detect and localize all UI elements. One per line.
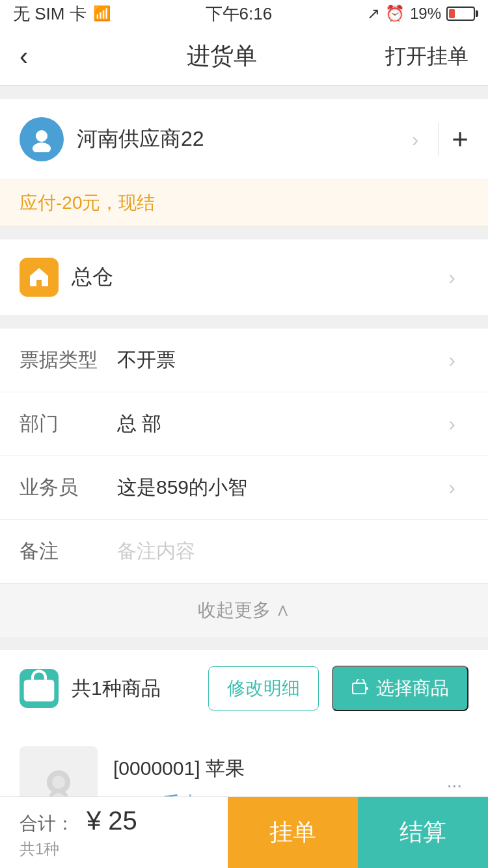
total-row: 合计： ¥ 25 bbox=[20, 806, 208, 836]
invoice-value: 不开票 bbox=[104, 347, 448, 373]
invoice-label: 票据类型 bbox=[20, 347, 104, 373]
wifi-icon: 📶 bbox=[93, 5, 111, 22]
add-button[interactable]: + bbox=[438, 123, 468, 156]
supplier-row[interactable]: 河南供应商22 › + bbox=[0, 99, 488, 180]
chevron-right-icon: › bbox=[412, 128, 419, 152]
avatar-icon bbox=[29, 126, 55, 152]
invoice-row[interactable]: 票据类型 不开票 › bbox=[0, 328, 488, 392]
collapse-bar[interactable]: 收起更多 ∧ bbox=[0, 583, 488, 637]
remark-row[interactable]: 备注 备注内容 bbox=[0, 519, 488, 583]
total-count: 共1种 bbox=[20, 839, 208, 860]
remark-input[interactable]: 备注内容 bbox=[104, 538, 468, 565]
page-title: 进货单 bbox=[187, 40, 257, 72]
svg-rect-3 bbox=[353, 683, 366, 694]
back-button[interactable]: ‹ bbox=[20, 42, 59, 71]
status-bar: 无 SIM 卡 📶 下午6:16 ↗ ⏰ 19% bbox=[0, 0, 488, 27]
remark-label: 备注 bbox=[20, 538, 104, 565]
warehouse-chevron-icon: › bbox=[448, 265, 455, 290]
settle-button[interactable]: 结算 bbox=[358, 797, 488, 869]
divider-2 bbox=[0, 226, 488, 239]
department-chevron-icon: › bbox=[448, 412, 455, 436]
battery-percentage: 19% bbox=[410, 5, 441, 23]
warehouse-card[interactable]: 总仓 › bbox=[0, 239, 488, 315]
warehouse-name: 总仓 bbox=[72, 263, 448, 292]
total-amount: ¥ 25 bbox=[87, 806, 137, 835]
salesman-row[interactable]: 业务员 这是859的小智 › bbox=[0, 455, 488, 519]
supplier-card: 河南供应商22 › + 应付-20元，现结 bbox=[0, 99, 488, 226]
open-hang-button[interactable]: 打开挂单 bbox=[385, 42, 468, 71]
time-display: 下午6:16 bbox=[206, 3, 273, 25]
products-count: 共1种商品 bbox=[72, 675, 195, 702]
salesman-value: 这是859的小智 bbox=[104, 474, 448, 501]
select-product-button[interactable]: 选择商品 bbox=[332, 666, 468, 711]
select-product-label: 选择商品 bbox=[376, 676, 449, 701]
form-card: 票据类型 不开票 › 部门 总 部 › 业务员 这是859的小智 › 备注 备注… bbox=[0, 328, 488, 583]
total-section: 合计： ¥ 25 共1种 bbox=[0, 806, 228, 860]
svg-rect-2 bbox=[24, 680, 55, 701]
house-icon bbox=[27, 265, 51, 289]
product-title-text: 苹果 bbox=[206, 757, 245, 779]
warehouse-row[interactable]: 总仓 › bbox=[0, 239, 488, 315]
total-label: 合计： bbox=[20, 813, 74, 834]
status-bar-right: ↗ ⏰ 19% bbox=[367, 5, 475, 23]
department-label: 部门 bbox=[20, 411, 104, 437]
battery-icon bbox=[446, 7, 475, 21]
carrier-text: 无 SIM 卡 bbox=[13, 3, 87, 25]
svg-point-1 bbox=[33, 142, 51, 152]
product-code: [0000001] bbox=[113, 757, 200, 779]
salesman-chevron-icon: › bbox=[448, 476, 455, 500]
notice-bar: 应付-20元，现结 bbox=[0, 180, 488, 226]
department-row[interactable]: 部门 总 部 › bbox=[0, 392, 488, 455]
alarm-icon: ⏰ bbox=[385, 5, 405, 23]
nav-bar: ‹ 进货单 打开挂单 bbox=[0, 27, 488, 86]
battery-fill bbox=[449, 9, 455, 18]
supplier-avatar bbox=[20, 117, 64, 161]
select-cart-icon bbox=[351, 679, 370, 698]
invoice-chevron-icon: › bbox=[448, 348, 455, 372]
salesman-label: 业务员 bbox=[20, 474, 104, 501]
products-header: 共1种商品 修改明细 选择商品 bbox=[0, 650, 488, 727]
divider-3 bbox=[0, 315, 488, 328]
divider-4 bbox=[0, 637, 488, 650]
cart-icon bbox=[20, 669, 59, 708]
hang-button[interactable]: 挂单 bbox=[228, 797, 358, 869]
svg-point-6 bbox=[52, 776, 65, 789]
status-bar-left: 无 SIM 卡 📶 bbox=[13, 3, 111, 25]
svg-point-0 bbox=[36, 130, 47, 142]
supplier-name: 河南供应商22 bbox=[77, 125, 412, 154]
warehouse-icon bbox=[20, 258, 59, 297]
products-icon bbox=[20, 669, 59, 708]
department-value: 总 部 bbox=[104, 411, 448, 437]
product-name: [0000001] 苹果 bbox=[113, 755, 425, 782]
bottom-bar: 合计： ¥ 25 共1种 挂单 结算 bbox=[0, 796, 488, 868]
location-icon: ↗ bbox=[367, 5, 380, 23]
divider-1 bbox=[0, 86, 488, 99]
edit-details-button[interactable]: 修改明细 bbox=[208, 666, 319, 711]
